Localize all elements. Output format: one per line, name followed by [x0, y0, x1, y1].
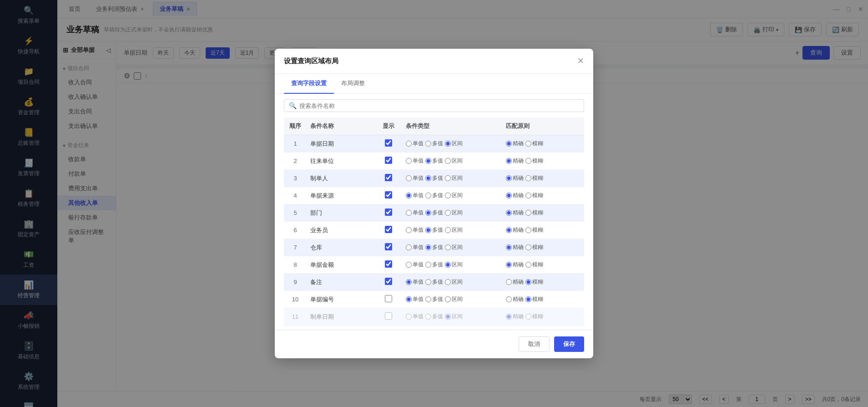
radio-match-模糊[interactable]	[525, 296, 531, 302]
cell-match: 精确模糊	[502, 239, 584, 256]
cancel-button[interactable]: 取消	[519, 336, 550, 352]
cell-name: 单据编号	[307, 291, 375, 308]
radio-match-精确[interactable]	[506, 314, 512, 320]
radio-cond-单值[interactable]	[406, 141, 412, 147]
radio-match-精确[interactable]	[506, 158, 512, 164]
radio-cond-单值[interactable]	[406, 296, 412, 302]
dialog-header: 设置查询区域布局 ✕	[275, 49, 593, 74]
radio-cond-区间[interactable]	[445, 175, 451, 181]
radio-cond-多值[interactable]	[425, 141, 431, 147]
cell-order: 10	[284, 291, 307, 308]
cell-match: 精确模糊	[502, 170, 584, 187]
radio-cond-单值[interactable]	[406, 175, 412, 181]
radio-match-模糊[interactable]	[525, 227, 531, 233]
condition-search-input[interactable]	[299, 102, 390, 109]
cell-show	[375, 256, 402, 274]
cell-condition-type: 单值多值区间	[402, 308, 502, 326]
search-wrapper: 🔍	[284, 99, 584, 112]
radio-cond-单值[interactable]	[406, 210, 412, 216]
radio-cond-区间[interactable]	[445, 244, 451, 250]
show-checkbox[interactable]	[385, 191, 392, 198]
radio-match-精确[interactable]	[506, 175, 512, 181]
radio-match-模糊[interactable]	[525, 158, 531, 164]
radio-match-精确[interactable]	[506, 279, 512, 285]
radio-match-模糊[interactable]	[525, 314, 531, 320]
cell-order: 8	[284, 256, 307, 274]
show-checkbox[interactable]	[385, 157, 392, 164]
radio-cond-区间[interactable]	[445, 262, 451, 268]
cell-condition-type: 单值多值区间	[402, 170, 502, 187]
radio-match-精确[interactable]	[506, 141, 512, 147]
radio-cond-多值[interactable]	[425, 158, 431, 164]
radio-match-模糊[interactable]	[525, 244, 531, 250]
cell-match: 精确模糊	[502, 274, 584, 291]
radio-cond-区间[interactable]	[445, 279, 451, 285]
radio-cond-多值[interactable]	[425, 210, 431, 216]
cell-order: 3	[284, 170, 307, 187]
show-checkbox[interactable]	[385, 243, 392, 250]
settings-dialog: 设置查询区域布局 ✕ 查询字段设置 布局调整 🔍	[275, 49, 593, 358]
radio-match-模糊[interactable]	[525, 141, 531, 147]
radio-cond-多值[interactable]	[425, 227, 431, 233]
radio-cond-区间[interactable]	[445, 210, 451, 216]
tab-layout-adjust[interactable]: 布局调整	[334, 74, 372, 94]
radio-match-模糊[interactable]	[525, 193, 531, 198]
radio-cond-多值[interactable]	[425, 244, 431, 250]
cell-order: 11	[284, 308, 307, 326]
radio-cond-区间[interactable]	[445, 193, 451, 198]
cell-show	[375, 153, 402, 170]
radio-match-模糊[interactable]	[525, 279, 531, 285]
radio-match-精确[interactable]	[506, 244, 512, 250]
radio-cond-区间[interactable]	[445, 314, 451, 320]
radio-match-精确[interactable]	[506, 296, 512, 302]
radio-cond-多值[interactable]	[425, 262, 431, 268]
radio-cond-多值[interactable]	[425, 193, 431, 198]
radio-match-精确[interactable]	[506, 210, 512, 216]
table-row: 2往来单位单值多值区间精确模糊	[284, 153, 584, 170]
cell-name: 业务员	[307, 222, 375, 239]
cell-name: 往来单位	[307, 153, 375, 170]
radio-cond-多值[interactable]	[425, 296, 431, 302]
show-checkbox[interactable]	[385, 174, 392, 181]
radio-cond-多值[interactable]	[425, 279, 431, 285]
dialog-save-button[interactable]: 保存	[554, 336, 584, 352]
cell-show	[375, 291, 402, 308]
cell-order: 2	[284, 153, 307, 170]
radio-match-精确[interactable]	[506, 262, 512, 268]
radio-cond-单值[interactable]	[406, 227, 412, 233]
radio-match-精确[interactable]	[506, 227, 512, 233]
show-checkbox[interactable]	[385, 226, 392, 233]
table-row: 6业务员单值多值区间精确模糊	[284, 222, 584, 239]
show-checkbox[interactable]	[385, 278, 392, 285]
show-checkbox[interactable]	[385, 312, 392, 320]
radio-cond-单值[interactable]	[406, 244, 412, 250]
cell-match: 精确模糊	[502, 308, 584, 326]
cell-show	[375, 239, 402, 256]
show-checkbox[interactable]	[385, 209, 392, 216]
cell-show	[375, 187, 402, 204]
dialog-close-button[interactable]: ✕	[577, 56, 584, 66]
tab-query-fields[interactable]: 查询字段设置	[284, 74, 334, 94]
radio-cond-单值[interactable]	[406, 158, 412, 164]
cell-name: 单据来源	[307, 187, 375, 204]
radio-cond-区间[interactable]	[445, 227, 451, 233]
radio-match-精确[interactable]	[506, 193, 512, 198]
col-order: 顺序	[284, 117, 307, 135]
table-row: 1单据日期单值多值区间精确模糊	[284, 135, 584, 153]
cell-match: 精确模糊	[502, 256, 584, 274]
radio-cond-区间[interactable]	[445, 141, 451, 147]
radio-cond-区间[interactable]	[445, 158, 451, 164]
radio-cond-单值[interactable]	[406, 314, 412, 320]
radio-cond-多值[interactable]	[425, 314, 431, 320]
radio-cond-多值[interactable]	[425, 175, 431, 181]
radio-cond-单值[interactable]	[406, 193, 412, 198]
radio-cond-区间[interactable]	[445, 296, 451, 302]
show-checkbox[interactable]	[385, 139, 392, 147]
show-checkbox[interactable]	[385, 295, 392, 302]
radio-match-模糊[interactable]	[525, 210, 531, 216]
radio-cond-单值[interactable]	[406, 279, 412, 285]
radio-match-模糊[interactable]	[525, 262, 531, 268]
show-checkbox[interactable]	[385, 260, 392, 268]
radio-cond-单值[interactable]	[406, 262, 412, 268]
radio-match-模糊[interactable]	[525, 175, 531, 181]
